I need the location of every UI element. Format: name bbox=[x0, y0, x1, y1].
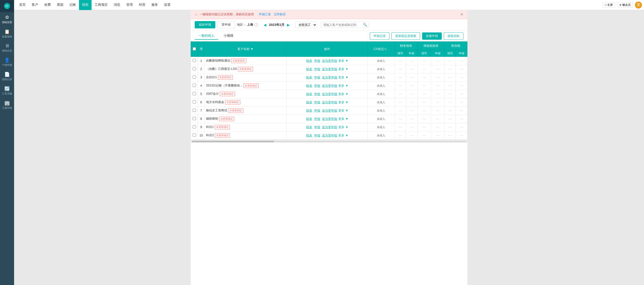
op-more[interactable]: 更多 ▼ bbox=[338, 84, 348, 87]
nav-shezhi[interactable]: 设置 bbox=[161, 0, 174, 10]
op-declare[interactable]: 申报 bbox=[314, 101, 320, 104]
op-declare[interactable]: 申报 bbox=[314, 76, 320, 79]
sidebar-item-geshenbaoshu[interactable]: 👤 个税申报 bbox=[0, 55, 14, 69]
alert-close-button[interactable]: ✕ bbox=[460, 12, 463, 17]
th-financial-report: 财务报表 bbox=[394, 42, 417, 50]
row-col-3: — bbox=[431, 65, 445, 73]
op-taxform[interactable]: 税表 bbox=[306, 59, 312, 63]
sidebar-item-baoshuizonglan[interactable]: 🖥 报税总览 bbox=[0, 41, 14, 55]
row-col-2: — bbox=[417, 57, 431, 65]
tag-unconfirmed: 未更新税定 bbox=[218, 75, 233, 80]
op-declare[interactable]: 申报 bbox=[314, 117, 320, 121]
sidebar-item-baoshuishezhi[interactable]: ⚙ 报税设置 bbox=[0, 12, 14, 26]
nav-shoufei[interactable]: 收费 bbox=[41, 0, 54, 10]
row-client-name: 辅助期初未更新税定 bbox=[205, 115, 287, 123]
nav-baoshu[interactable]: 报税 bbox=[79, 0, 92, 10]
row-operations: 税表 申报 设为零申报 更多 ▼ bbox=[286, 107, 368, 115]
row-checkbox[interactable] bbox=[193, 109, 196, 112]
op-zerodeclare[interactable]: 设为零申报 bbox=[322, 101, 337, 104]
op-taxform[interactable]: 税表 bbox=[306, 76, 312, 79]
scrollbar-track[interactable] bbox=[192, 141, 466, 142]
nav-guanli[interactable]: 管理 bbox=[123, 0, 136, 10]
sidebar-item-gongshangnianba[interactable]: 🏢 工商年报 bbox=[0, 98, 14, 112]
op-zerodeclare[interactable]: 设为零申报 bbox=[322, 76, 337, 79]
alert-link-shenbaohui[interactable]: 申报汇签 bbox=[259, 13, 271, 16]
op-declare[interactable]: 申报 bbox=[314, 109, 320, 112]
info-icon[interactable]: i bbox=[255, 23, 258, 27]
nav-xiaoxi[interactable]: 消息 bbox=[111, 0, 123, 10]
op-more[interactable]: 更多 ▼ bbox=[338, 76, 348, 79]
nav-gongshang[interactable]: 工商项目 bbox=[92, 0, 111, 10]
row-checkbox[interactable] bbox=[193, 133, 196, 137]
row-col-0: — bbox=[394, 98, 406, 107]
op-taxform[interactable]: 税表 bbox=[306, 117, 312, 121]
period-prev-button[interactable]: ◀ bbox=[262, 22, 268, 27]
op-zerodeclare[interactable]: 设为零申报 bbox=[322, 92, 337, 96]
op-more[interactable]: 更多 ▼ bbox=[338, 59, 348, 63]
op-zerodeclare[interactable]: 设为零申报 bbox=[322, 59, 337, 63]
op-taxform[interactable]: 税表 bbox=[306, 84, 312, 87]
search-input[interactable] bbox=[321, 22, 361, 28]
row-checkbox[interactable] bbox=[193, 92, 196, 95]
tab-taxdeclaration[interactable]: 税款申报 bbox=[195, 21, 215, 28]
op-declare[interactable]: 申报 bbox=[314, 92, 320, 96]
op-more[interactable]: 更多 ▼ bbox=[338, 125, 348, 129]
op-declare[interactable]: 申报 bbox=[314, 67, 320, 71]
search-button[interactable]: 🔍 bbox=[361, 22, 369, 28]
row-checkbox[interactable] bbox=[193, 84, 196, 87]
member-button[interactable]: ⊕ 畅会员 bbox=[617, 2, 633, 8]
op-zerodeclare[interactable]: 设为零申报 bbox=[322, 125, 337, 129]
op-more[interactable]: 更多 ▼ bbox=[338, 92, 348, 96]
op-taxform[interactable]: 税表 bbox=[306, 101, 312, 104]
op-zerodeclare[interactable]: 设为零申报 bbox=[322, 109, 337, 112]
piliangshenbao-button[interactable]: 批量申报 bbox=[422, 32, 442, 40]
overview-icon: 🖥 bbox=[5, 43, 9, 49]
op-zerodeclare[interactable]: 设为零申报 bbox=[322, 117, 337, 121]
row-checkbox[interactable] bbox=[193, 59, 196, 62]
op-declare[interactable]: 申报 bbox=[314, 134, 320, 137]
op-taxform[interactable]: 税表 bbox=[306, 134, 312, 137]
op-more[interactable]: 更多 ▼ bbox=[338, 134, 348, 137]
op-taxform[interactable]: 税表 bbox=[306, 92, 312, 96]
nav-fuwu[interactable]: 服务 bbox=[148, 0, 161, 10]
op-taxform[interactable]: 税表 bbox=[306, 109, 312, 112]
nav-jingying[interactable]: 经营 bbox=[136, 0, 148, 10]
nav-kehu[interactable]: 客户 bbox=[29, 0, 41, 10]
op-taxform[interactable]: 税表 bbox=[306, 125, 312, 129]
op-more[interactable]: 更多 ▼ bbox=[338, 117, 348, 121]
row-operations: 税表 申报 设为零申报 更多 ▼ bbox=[286, 123, 368, 131]
period-next-button[interactable]: ▶ bbox=[286, 22, 291, 27]
shouhui-button[interactable]: 收取回执 bbox=[444, 32, 463, 40]
alert-link-lijigoumai[interactable]: 立即购买 bbox=[274, 13, 286, 16]
row-checkbox[interactable] bbox=[193, 100, 196, 104]
nav-zhangbao[interactable]: 记账 bbox=[66, 0, 79, 10]
row-num: 2 bbox=[198, 65, 205, 73]
op-declare[interactable]: 申报 bbox=[314, 84, 320, 87]
nav-piaoju[interactable]: 票据 bbox=[54, 0, 66, 10]
shenbaojilu-button[interactable]: 申报记录 bbox=[370, 32, 389, 40]
nav-shouye[interactable]: 首页 bbox=[16, 0, 29, 10]
op-zerodeclare[interactable]: 设为零申报 bbox=[322, 134, 337, 137]
row-checkbox[interactable] bbox=[193, 67, 196, 70]
op-zerodeclare[interactable]: 设为零申报 bbox=[322, 84, 337, 87]
row-checkbox[interactable] bbox=[193, 125, 196, 128]
sidebar-item-baoshuijilu[interactable]: 📄 报税记录 bbox=[0, 69, 14, 83]
op-more[interactable]: 更多 ▼ bbox=[338, 67, 348, 71]
row-checkbox[interactable] bbox=[193, 117, 196, 120]
op-zerodeclare[interactable]: 设为零申报 bbox=[322, 67, 337, 71]
op-taxform[interactable]: 税表 bbox=[306, 67, 312, 71]
select-all-checkbox[interactable] bbox=[193, 47, 196, 51]
genxin-button[interactable]: 更新税定及取数 bbox=[391, 32, 420, 40]
op-declare[interactable]: 申报 bbox=[314, 125, 320, 129]
subtab-yiban[interactable]: 一般的税人 bbox=[195, 32, 218, 40]
sidebar-item-piliangshuibao[interactable]: 📋 批量报税 bbox=[0, 26, 14, 41]
op-more[interactable]: 更多 ▼ bbox=[338, 101, 348, 104]
dept-select[interactable]: 全部员工 bbox=[295, 22, 317, 28]
op-declare[interactable]: 申报 bbox=[314, 59, 320, 63]
sidebar-item-jisuanqingchu[interactable]: 🔄 汇算清缴 bbox=[0, 83, 14, 98]
op-more[interactable]: 更多 ▼ bbox=[338, 109, 348, 112]
tab-zeroreport[interactable]: 零申报 bbox=[217, 21, 235, 28]
row-checkbox[interactable] bbox=[193, 75, 196, 79]
fullscreen-button[interactable]: □ 全屏 bbox=[602, 2, 615, 8]
subtab-xiaogui[interactable]: 小规模 bbox=[220, 32, 237, 40]
